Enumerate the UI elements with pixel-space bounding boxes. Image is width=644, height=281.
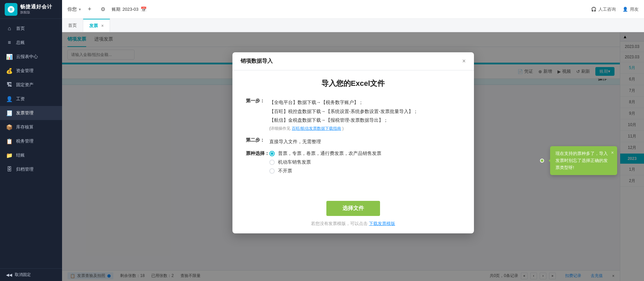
sidebar-scroll: ⌂ 首页 ≡ 总账 📊 云报表中心 💰 资金管理 🏗 固定资产 👤 工资 🧾 发… bbox=[0, 19, 62, 268]
logo-icon bbox=[5, 3, 17, 16]
tab-home-label: 首页 bbox=[68, 22, 77, 29]
home-icon: ⌂ bbox=[6, 25, 13, 32]
sidebar-item-label: 资金管理 bbox=[16, 68, 34, 74]
funds-icon: 💰 bbox=[6, 67, 13, 74]
period-label: 账期 bbox=[112, 6, 120, 12]
closing-icon: 📁 bbox=[6, 152, 13, 159]
ticket-normal-label: 普票，专票，卷票，通行费发票，农产品销售发票 bbox=[278, 151, 381, 157]
sidebar-item-label: 税务管理 bbox=[16, 138, 34, 144]
sidebar-item-payroll[interactable]: 👤 工资 bbox=[0, 92, 62, 106]
settings-button[interactable]: ⚙ bbox=[98, 5, 108, 14]
reports-icon: 📊 bbox=[6, 53, 13, 60]
sidebar-logo: 畅捷通好会计 旗舰版 bbox=[0, 0, 62, 19]
sidebar-item-ledger[interactable]: ≡ 总账 bbox=[0, 36, 62, 50]
ticket-option-noticket[interactable]: 不开票 bbox=[269, 168, 381, 174]
radio-normal-icon[interactable] bbox=[269, 151, 275, 156]
sidebar-item-archive[interactable]: 🗄 归档管理 bbox=[0, 162, 62, 176]
sidebar-item-closing[interactable]: 📁 结账 bbox=[0, 148, 62, 162]
tab-home[interactable]: 首页 bbox=[62, 19, 83, 32]
company-chevron-icon: ▾ bbox=[79, 7, 81, 12]
ticket-label: 票种选择： bbox=[246, 151, 269, 157]
topbar: 你您 ▾ + ⚙ 账期 2023-03 📅 🎧 人工咨询 👤 用友 bbox=[62, 0, 644, 19]
step1-line3: 【航信】金税盘数据下载→【报税管理-发票数据导出】； bbox=[269, 116, 461, 125]
sidebar-item-home[interactable]: ⌂ 首页 bbox=[0, 21, 62, 36]
radio-vehicle-icon[interactable] bbox=[269, 160, 275, 165]
radio-noticket-icon[interactable] bbox=[269, 168, 275, 174]
company-name: 你您 bbox=[67, 6, 77, 12]
topbar-left: 你您 ▾ + ⚙ 账期 2023-03 📅 bbox=[67, 5, 147, 14]
import-modal: 销项数据导入 × 导入您的Excel文件 第一步： 【全电平台】数据下载→【税务… bbox=[232, 52, 474, 233]
fixed-assets-icon: 🏗 bbox=[6, 81, 13, 88]
sidebar-item-inventory[interactable]: 📦 库存核算 bbox=[0, 120, 62, 134]
download-template-link[interactable]: 下载发票模版 bbox=[369, 221, 395, 226]
download-hint: 若您没有发票模版，可以点击 下载发票模版 bbox=[240, 221, 466, 227]
step1-hint-suffix: ) bbox=[342, 126, 344, 131]
modal-body: 导入您的Excel文件 第一步： 【全电平台】数据下载→【税务数字账户】； 【百… bbox=[232, 70, 474, 195]
user-menu[interactable]: 👤 用友 bbox=[623, 6, 639, 12]
step1-hint: (详细操作见 百旺/航信发票数据下载指南 ) bbox=[269, 125, 461, 132]
ticket-option-normal[interactable]: 普票，专票，卷票，通行费发票，农产品销售发票 bbox=[269, 151, 381, 157]
sidebar-item-label: 总账 bbox=[16, 40, 25, 46]
sidebar-item-tax[interactable]: 📋 税务管理 bbox=[0, 134, 62, 148]
consult-button[interactable]: 🎧 人工咨询 bbox=[591, 6, 616, 12]
tooltip-popup: × 现在支持的票种多了，导入发票时别忘了选择正确的发票类型呀! bbox=[550, 146, 617, 175]
tooltip-dot bbox=[540, 159, 544, 163]
consult-label: 人工咨询 bbox=[598, 6, 616, 12]
company-selector[interactable]: 你您 ▾ bbox=[67, 6, 81, 12]
headset-icon: 🎧 bbox=[591, 7, 596, 12]
modal-footer: 选择文件 若您没有发票模版，可以点击 下载发票模版 bbox=[232, 195, 474, 233]
tab-invoice-label: 发票 bbox=[89, 23, 98, 29]
tabbar: 首页 发票 × bbox=[62, 19, 644, 32]
tax-icon: 📋 bbox=[6, 138, 13, 145]
modal-header: 销项数据导入 × bbox=[232, 52, 474, 70]
download-hint-prefix: 若您没有发票模版，可以点击 bbox=[311, 221, 368, 226]
invoice-icon: 🧾 bbox=[6, 110, 13, 116]
step1-hint-prefix: (详细操作见 bbox=[269, 126, 291, 131]
step1-content: 【全电平台】数据下载→【税务数字账户】； 【百旺】税控盘数据下载→【系统设置-系… bbox=[269, 98, 461, 132]
ticket-vehicle-label: 机动车销售发票 bbox=[278, 159, 311, 165]
modal-close-button[interactable]: × bbox=[462, 58, 466, 65]
select-file-button[interactable]: 选择文件 bbox=[326, 201, 380, 216]
calendar-icon: 📅 bbox=[141, 6, 147, 12]
ticket-option-vehicle[interactable]: 机动车销售发票 bbox=[269, 159, 381, 165]
step1-link[interactable]: 百旺/航信发票数据下载指南 bbox=[292, 126, 341, 131]
tab-invoice[interactable]: 发票 × bbox=[83, 19, 110, 32]
step1-line1: 【全电平台】数据下载→【税务数字账户】； bbox=[269, 98, 461, 107]
tooltip-text: 现在支持的票种多了，导入发票时别忘了选择正确的发票类型呀! bbox=[555, 151, 608, 170]
step1-line2: 【百旺】税控盘数据下载→【系统设置-系统参数设置-发票批量导入】； bbox=[269, 107, 461, 116]
main-area: 你您 ▾ + ⚙ 账期 2023-03 📅 🎧 人工咨询 👤 用友 首页 bbox=[62, 0, 644, 281]
user-label: 用友 bbox=[630, 6, 639, 12]
content-area: 销项发票 进项发票 ⚙ ■ ↑ bbox=[62, 32, 644, 281]
step2-text: 直接导入文件，无需整理 bbox=[269, 139, 321, 144]
tab-invoice-close-icon[interactable]: × bbox=[101, 23, 104, 28]
sidebar: 畅捷通好会计 旗舰版 ⌂ 首页 ≡ 总账 📊 云报表中心 💰 资金管理 🏗 固定… bbox=[0, 0, 62, 281]
logo-main-title: 畅捷通好会计 bbox=[20, 4, 52, 10]
logo-text: 畅捷通好会计 旗舰版 bbox=[20, 4, 52, 15]
sidebar-item-fixed-assets[interactable]: 🏗 固定资产 bbox=[0, 78, 62, 92]
inventory-icon: 📦 bbox=[6, 124, 13, 130]
payroll-icon: 👤 bbox=[6, 96, 13, 102]
step2-row: 第二步： 直接导入文件，无需整理 bbox=[246, 137, 461, 146]
ledger-icon: ≡ bbox=[6, 39, 13, 46]
add-button[interactable]: + bbox=[85, 5, 94, 14]
tooltip-close-button[interactable]: × bbox=[611, 149, 614, 156]
sidebar-item-reports[interactable]: 📊 云报表中心 bbox=[0, 50, 62, 64]
ticket-noticket-label: 不开票 bbox=[278, 168, 292, 174]
sidebar-bottom-label: 取消固定 bbox=[15, 272, 31, 278]
period-value: 2023-03 bbox=[122, 7, 139, 12]
topbar-right: 🎧 人工咨询 👤 用友 bbox=[591, 6, 639, 12]
sidebar-item-funds[interactable]: 💰 资金管理 bbox=[0, 64, 62, 78]
sidebar-item-invoice[interactable]: 🧾 发票管理 bbox=[0, 106, 62, 120]
sidebar-item-label: 首页 bbox=[16, 25, 25, 32]
sidebar-item-label: 归档管理 bbox=[16, 166, 34, 172]
sidebar-item-label: 工资 bbox=[16, 96, 25, 102]
modal-main-title: 导入您的Excel文件 bbox=[246, 78, 461, 89]
sidebar-cancel-pin[interactable]: ◀◀ 取消固定 bbox=[0, 268, 62, 281]
sidebar-item-label: 库存核算 bbox=[16, 124, 34, 130]
user-icon: 👤 bbox=[623, 7, 628, 12]
step1-row: 第一步： 【全电平台】数据下载→【税务数字账户】； 【百旺】税控盘数据下载→【系… bbox=[246, 98, 461, 132]
period-display: 账期 2023-03 📅 bbox=[112, 6, 147, 12]
sidebar-item-label: 固定资产 bbox=[16, 82, 34, 88]
pin-icon: ◀◀ bbox=[6, 273, 12, 277]
logo-sub-title: 旗舰版 bbox=[20, 10, 52, 15]
